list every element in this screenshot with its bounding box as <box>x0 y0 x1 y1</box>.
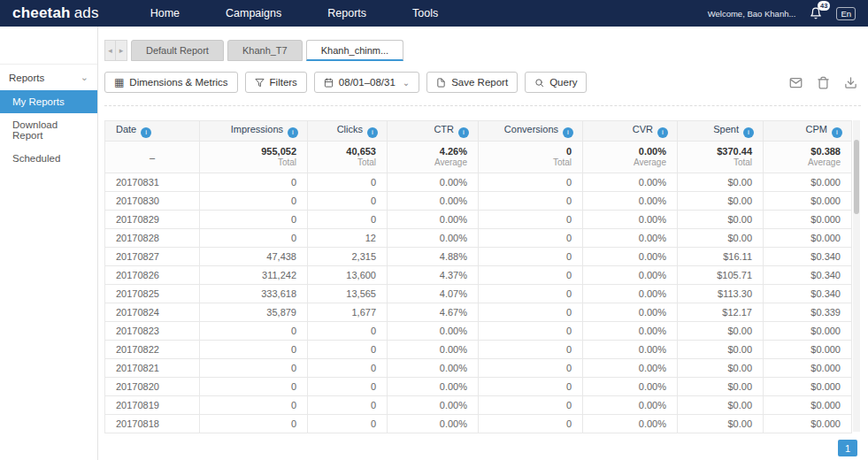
notification-badge: 43 <box>818 1 830 11</box>
table-cell: $0.339 <box>764 303 852 322</box>
nav-item-tools[interactable]: Tools <box>412 7 438 19</box>
table-scrollbar[interactable] <box>853 120 860 432</box>
table-area: DateiImpressionsiClicksiCTRiConversionsi… <box>104 120 861 433</box>
language-selector[interactable]: En <box>836 7 856 20</box>
table-cell: 0 <box>200 192 308 211</box>
dimensions-metrics-button[interactable]: ▦ Dimensions & Metrics <box>104 72 238 93</box>
download-icon[interactable] <box>844 76 857 89</box>
table-cell: 0.00% <box>583 248 678 266</box>
calendar-icon <box>324 78 334 88</box>
table-row: 2017082435,8791,6774.67%00.00%$12.17$0.3… <box>105 303 852 322</box>
filters-button[interactable]: Filters <box>245 72 307 93</box>
table-cell: 12 <box>308 229 388 248</box>
table-cell: 0.00% <box>583 341 678 359</box>
table-body: –955,052Total40,653Total4.26%Average0Tot… <box>105 142 852 433</box>
table-cell: 0.00% <box>583 378 678 396</box>
info-icon[interactable]: i <box>832 127 842 138</box>
table-cell: 311,242 <box>200 266 308 285</box>
scrollbar-thumb[interactable] <box>854 140 859 214</box>
table-cell: 0.00% <box>388 396 479 415</box>
total-sublabel: Total <box>200 157 307 168</box>
table-cell: 0.00% <box>583 322 678 341</box>
column-header-impressions: Impressionsi <box>200 121 308 142</box>
table-cell: $0.000 <box>764 173 852 192</box>
top-nav: cheetahads HomeCampaignsReportsTools Wel… <box>0 0 868 27</box>
tab-scroll-right-button[interactable]: ▸ <box>116 40 127 61</box>
table-cell: 20170820 <box>105 378 200 396</box>
table-row: 20170819000.00%00.00%$0.00$0.000 <box>105 396 852 415</box>
welcome-user[interactable]: Welcome, Bao Khanh... <box>708 9 796 19</box>
table-cell: $0.00 <box>678 173 764 192</box>
sidebar-item-scheduled[interactable]: Scheduled <box>0 147 97 170</box>
total-sublabel: Average <box>764 157 851 168</box>
nav-menu: HomeCampaignsReportsTools <box>150 7 439 19</box>
table-cell: $0.000 <box>764 415 852 433</box>
tab-bar: ◂ ▸ Default ReportKhanh_T7Khanh_chinm... <box>104 40 861 61</box>
total-value: 40,653 <box>308 146 387 157</box>
info-icon[interactable]: i <box>367 127 378 138</box>
save-file-icon <box>436 78 446 88</box>
table-cell: 13,600 <box>308 266 388 285</box>
date-range-button[interactable]: 08/01–08/31 ⌄ <box>314 72 419 93</box>
table-cell: 20170830 <box>105 192 200 211</box>
info-icon[interactable]: i <box>288 127 298 138</box>
sidebar-item-download-report[interactable]: Download Report <box>0 113 97 147</box>
query-button[interactable]: Query <box>525 72 587 93</box>
table-cell: 0 <box>479 341 583 359</box>
sidebar-section-reports[interactable]: Reports ⌄ <box>0 64 97 90</box>
email-icon[interactable] <box>789 76 803 89</box>
table-cell: 0.00% <box>583 285 678 303</box>
table-cell: 0 <box>308 396 388 415</box>
table-cell: 20170824 <box>105 303 200 322</box>
info-icon[interactable]: i <box>458 127 469 138</box>
filters-label: Filters <box>270 77 297 88</box>
grid-icon: ▦ <box>114 77 124 88</box>
tab-khanh-chinm[interactable]: Khanh_chinm... <box>306 40 403 61</box>
table-cell: 0 <box>308 359 388 378</box>
sidebar-menu: My ReportsDownload ReportScheduled <box>0 90 97 170</box>
info-icon[interactable]: i <box>657 127 668 138</box>
trash-icon[interactable] <box>817 76 830 89</box>
info-icon[interactable]: i <box>743 127 754 138</box>
total-cell: 4.26%Average <box>388 142 479 173</box>
app-logo[interactable]: cheetahads <box>12 4 99 22</box>
tab-khanh-t7[interactable]: Khanh_T7 <box>227 40 303 61</box>
table-cell: 0.00% <box>583 192 678 211</box>
table-cell: 0 <box>200 341 308 359</box>
nav-item-home[interactable]: Home <box>150 7 180 19</box>
dimensions-metrics-label: Dimensions & Metrics <box>129 77 227 88</box>
info-icon[interactable]: i <box>563 127 573 138</box>
column-header-label: CVR <box>633 124 653 134</box>
page-layout: Reports ⌄ My ReportsDownload ReportSched… <box>0 27 868 460</box>
logo-bold: cheetah <box>12 4 71 21</box>
table-row: 20170818000.00%00.00%$0.00$0.000 <box>105 415 852 433</box>
table-row: 20170821000.00%00.00%$0.00$0.000 <box>105 359 852 378</box>
table-cell: 0.00% <box>388 341 479 359</box>
table-cell: 0 <box>200 211 308 229</box>
table-cell: $0.000 <box>764 396 852 415</box>
sidebar-item-my-reports[interactable]: My Reports <box>0 90 97 113</box>
tab-default-report[interactable]: Default Report <box>131 40 224 61</box>
table-cell: 20170819 <box>105 396 200 415</box>
total-value: 4.26% <box>388 146 478 157</box>
info-icon[interactable]: i <box>141 127 151 138</box>
total-cell: $370.44Total <box>678 142 764 173</box>
nav-item-reports[interactable]: Reports <box>327 7 366 19</box>
table-cell: $12.17 <box>678 303 764 322</box>
total-cell: 40,653Total <box>308 142 388 173</box>
nav-item-campaigns[interactable]: Campaigns <box>226 7 281 19</box>
column-header-label: CPM <box>806 124 827 134</box>
total-value: 0 <box>479 146 582 157</box>
save-report-button[interactable]: Save Report <box>426 72 518 93</box>
table-cell: 1,677 <box>308 303 388 322</box>
notification-bell-icon[interactable]: 43 <box>810 7 822 19</box>
column-header-spent: Spenti <box>678 121 764 142</box>
tab-scroll-left-button[interactable]: ◂ <box>104 40 116 61</box>
column-header-ctr: CTRi <box>388 121 479 142</box>
table-cell: 0 <box>200 415 308 433</box>
table-cell: 0 <box>308 211 388 229</box>
table-cell: 0 <box>479 322 583 341</box>
page-button-1[interactable]: 1 <box>838 440 857 456</box>
tab-list: Default ReportKhanh_T7Khanh_chinm... <box>131 40 403 61</box>
pagination: 1 <box>838 440 857 457</box>
